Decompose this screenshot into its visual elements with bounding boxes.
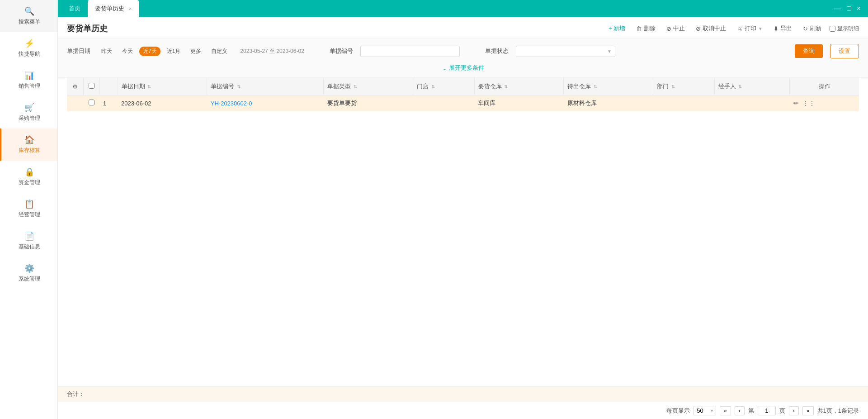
- cancel-stop-button[interactable]: ⊘ 取消中止: [693, 23, 729, 34]
- doc-no-input[interactable]: [360, 46, 460, 57]
- td-doc-type: 要货单要货: [324, 95, 413, 111]
- cancel-stop-button-label: 取消中止: [703, 24, 726, 33]
- row-checkbox[interactable]: [89, 100, 94, 105]
- th-req-warehouse[interactable]: 要货仓库 ⇅: [474, 78, 564, 95]
- sidebar-item-basic-info-label: 基础信息: [19, 243, 40, 251]
- sidebar-item-quick-nav-label: 快捷导航: [19, 50, 40, 58]
- sidebar-item-basic-info[interactable]: 📄 基础信息: [0, 225, 57, 257]
- th-dept[interactable]: 部门 ⇅: [653, 78, 715, 95]
- sidebar-item-sales-mgmt[interactable]: 📊 销售管理: [0, 64, 57, 96]
- sidebar-item-ops-mgmt[interactable]: 📋 经营管理: [0, 193, 57, 225]
- page-suffix: 页: [779, 407, 785, 415]
- table-header-row: ⚙ 单据日期 ⇅ 单据编号 ⇅: [67, 78, 859, 95]
- th-pending-warehouse[interactable]: 待出仓库 ⇅: [564, 78, 653, 95]
- td-store: [413, 95, 475, 111]
- total-info: 共1页，1条记录: [817, 407, 859, 415]
- sidebar-item-purchase-mgmt-label: 采购管理: [19, 114, 40, 122]
- query-button[interactable]: 查询: [795, 44, 823, 58]
- pagination: 每页显示 50 20 100 « ‹ 第 页 › » 共1页，1条记录: [58, 402, 868, 419]
- tab-requisition-history[interactable]: 要货单历史 ×: [88, 0, 139, 17]
- data-table: ⚙ 单据日期 ⇅ 单据编号 ⇅: [67, 78, 859, 111]
- sidebar-item-fund-mgmt[interactable]: 🔒 资金管理: [0, 161, 57, 193]
- th-store[interactable]: 门店 ⇅: [413, 78, 475, 95]
- th-action: 操作: [790, 78, 859, 95]
- stop-button[interactable]: ⊘ 中止: [664, 23, 688, 34]
- sort-handler-icon: ⇅: [738, 84, 742, 89]
- th-doc-no[interactable]: 单据编号 ⇅: [207, 78, 324, 95]
- th-checkbox[interactable]: [83, 78, 99, 95]
- delete-button[interactable]: 🗑 删除: [633, 23, 658, 34]
- date-btn-custom[interactable]: 自定义: [208, 47, 231, 56]
- show-detail-label: 显示明细: [837, 25, 859, 33]
- next-page-btn[interactable]: ›: [789, 406, 799, 415]
- prev-page-btn[interactable]: ‹: [735, 406, 745, 415]
- th-doc-date[interactable]: 单据日期 ⇅: [118, 78, 207, 95]
- export-button[interactable]: ⬇ 导出: [771, 23, 795, 34]
- window-close-btn[interactable]: ×: [857, 5, 861, 13]
- th-no: [99, 78, 118, 95]
- first-page-btn[interactable]: «: [720, 406, 731, 415]
- table-area: ⚙ 单据日期 ⇅ 单据编号 ⇅: [58, 78, 868, 386]
- sidebar-item-sys-mgmt[interactable]: ⚙️ 系统管理: [0, 257, 57, 289]
- settings-button[interactable]: 设置: [830, 44, 859, 58]
- search-menu-icon: 🔍: [24, 6, 34, 16]
- gear-icon: ⚙: [72, 83, 78, 90]
- edit-action-icon[interactable]: ✏: [793, 100, 799, 107]
- date-btn-today[interactable]: 今天: [118, 47, 137, 56]
- sidebar-item-sales-mgmt-label: 销售管理: [19, 82, 40, 90]
- td-doc-date: 2023-06-02: [118, 95, 207, 111]
- date-btn-more[interactable]: 更多: [187, 47, 205, 56]
- date-filter-label: 单据日期: [67, 47, 90, 55]
- basic-info-icon: 📄: [24, 231, 34, 241]
- date-range-display: 2023-05-27 至 2023-06-02: [240, 48, 304, 55]
- per-page-label: 每页显示: [666, 407, 690, 415]
- inventory-calc-icon: 🏠: [24, 135, 34, 145]
- sort-pend-wh-icon: ⇅: [594, 84, 597, 89]
- last-page-btn[interactable]: »: [802, 406, 814, 415]
- refresh-button[interactable]: ↻ 刷新: [800, 23, 824, 34]
- sort-doc-no-icon: ⇅: [237, 84, 241, 89]
- cancel-stop-icon: ⊘: [696, 25, 701, 32]
- page-input[interactable]: [758, 406, 776, 415]
- show-detail-checkbox-wrapper[interactable]: 显示明细: [830, 25, 859, 33]
- window-maximize-btn[interactable]: □: [847, 5, 851, 13]
- show-detail-checkbox[interactable]: [830, 26, 835, 32]
- date-btn-yesterday[interactable]: 昨天: [98, 47, 116, 56]
- tab-home-label: 首页: [69, 5, 80, 13]
- th-doc-type[interactable]: 单据类型 ⇅: [324, 78, 413, 95]
- td-checkbox[interactable]: [83, 95, 99, 111]
- ops-mgmt-icon: 📋: [24, 199, 34, 209]
- print-chevron-icon: ▼: [758, 26, 763, 31]
- tab-home[interactable]: 首页: [61, 0, 88, 17]
- print-button[interactable]: 🖨 打印 ▼: [734, 23, 765, 34]
- action-icons: ✏ ⋮⋮: [793, 100, 855, 107]
- expand-more-btn[interactable]: ⌄ 展开更多条件: [67, 62, 859, 74]
- tab-requisition-close[interactable]: ×: [129, 6, 132, 11]
- date-btn-1month[interactable]: 近1月: [163, 47, 184, 56]
- new-button[interactable]: + 新增: [606, 23, 628, 34]
- sidebar-item-quick-nav[interactable]: ⚡ 快捷导航: [0, 32, 57, 64]
- window-minimize-btn[interactable]: —: [834, 5, 841, 13]
- per-page-select[interactable]: 50 20 100: [693, 406, 716, 415]
- new-button-label: + 新增: [609, 24, 625, 33]
- sidebar-item-search-menu[interactable]: 🔍 搜索菜单: [0, 0, 57, 32]
- th-handler[interactable]: 经手人 ⇅: [714, 78, 790, 95]
- fund-mgmt-icon: 🔒: [24, 167, 34, 177]
- doc-no-link[interactable]: YH-20230602-0: [211, 100, 252, 107]
- sys-mgmt-icon: ⚙️: [24, 263, 34, 273]
- date-btn-7days[interactable]: 近7天: [139, 47, 160, 56]
- more-action-icon[interactable]: ⋮⋮: [802, 100, 815, 107]
- td-pending-warehouse: 原材料仓库: [564, 95, 653, 111]
- select-all-checkbox[interactable]: [89, 83, 94, 89]
- sidebar-item-ops-mgmt-label: 经营管理: [19, 211, 40, 219]
- status-select[interactable]: [516, 46, 615, 57]
- sidebar-item-inventory-calc[interactable]: 🏠 库存核算: [0, 129, 57, 161]
- print-icon: 🖨: [737, 25, 743, 32]
- tab-bar: 首页 要货单历史 × — □ ×: [58, 0, 868, 17]
- sidebar-item-purchase-mgmt[interactable]: 🛒 采购管理: [0, 96, 57, 129]
- th-settings[interactable]: ⚙: [67, 78, 83, 95]
- status-label: 单据状态: [485, 47, 509, 55]
- table-footer: 合计：: [58, 386, 868, 402]
- sort-store-icon: ⇅: [431, 84, 435, 89]
- sort-doc-date-icon: ⇅: [147, 84, 151, 89]
